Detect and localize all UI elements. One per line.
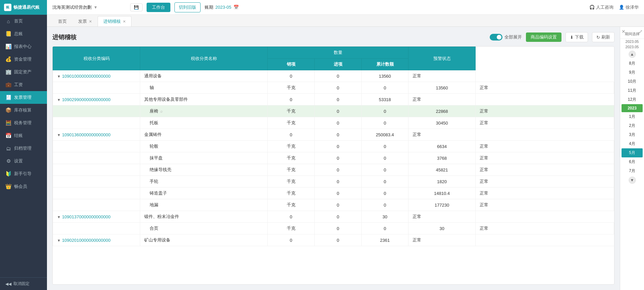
table-row[interactable]: 地漏 千克 0 0 177230 正常 <box>53 199 614 211</box>
sidebar-item-home[interactable]: ⌂ 首页 <box>0 15 47 27</box>
month-item[interactable]: 10月 <box>620 77 644 86</box>
month-item[interactable]: 8月 <box>620 59 644 68</box>
table-row[interactable]: ▼10902990000000000000 其他专用设备及零部件 0 0 533… <box>53 94 614 105</box>
tab-reconcile-label: 进销稽核 <box>103 18 121 24</box>
month-item[interactable]: 9月 <box>620 68 644 77</box>
table-row[interactable]: 轮毂 千克 0 0 6634 正常 <box>53 141 614 152</box>
table-row[interactable]: 绝缘导线壳 千克 0 0 45821 正常 <box>53 164 614 176</box>
pin-icon: ◀◀ <box>5 282 11 286</box>
period-selector[interactable]: 账期 2023-05 📅 <box>205 4 239 10</box>
cell-sales: 0 <box>268 211 315 223</box>
table-row[interactable]: 合页 千克 0 0 30 正常 <box>53 223 614 234</box>
product-code-btn[interactable]: 商品编码设置 <box>526 32 561 42</box>
sidebar-item-settings[interactable]: ⚙ 设置 <box>0 155 47 167</box>
cell-unit: 千克 <box>268 188 315 199</box>
expand-icon[interactable]: ▼ <box>57 133 61 137</box>
table-row[interactable]: ▼10901000000000000000 通用设备 0 0 13560 正常 <box>53 70 614 82</box>
table-row[interactable]: ▼10901360000000000000 金属铸件 0 0 250083.4 … <box>53 129 614 141</box>
month-item[interactable]: 6月 <box>620 157 644 166</box>
cell-name: 座椅⌕ <box>140 105 268 117</box>
sidebar-item-archive[interactable]: 🗂 归档管理 <box>0 142 47 155</box>
tab-home[interactable]: 首页 <box>52 16 72 26</box>
sidebar-unpin[interactable]: ◀◀ 取消固定 <box>0 277 47 290</box>
tab-reconcile-close[interactable]: ✕ <box>123 19 126 24</box>
cell-code <box>53 152 140 164</box>
cell-total: 14810.4 <box>409 188 476 199</box>
month-item[interactable]: 1月 <box>620 112 644 121</box>
sidebar-item-inventory[interactable]: 📦 库存核算 <box>0 104 47 117</box>
cell-unit: 千克 <box>268 117 315 129</box>
expand-icon[interactable]: ▼ <box>57 215 61 219</box>
month-list: 8月9月10月11月12月20231月2月3月4月5月6月7月 <box>620 59 644 175</box>
table-row[interactable]: 轴 千克 0 0 13560 正常 <box>53 82 614 94</box>
cell-purchase: 0 <box>362 117 409 129</box>
tab-invoice[interactable]: 发票 ✕ <box>72 16 98 26</box>
expand-toggle[interactable] <box>490 34 502 41</box>
month-item[interactable]: 4月 <box>620 139 644 148</box>
month-item[interactable]: 12月 <box>620 95 644 104</box>
cell-name: 轮毂 <box>140 141 268 152</box>
cell-status: 正常 <box>476 105 614 117</box>
refresh-btn[interactable]: ↻ 刷新 <box>592 32 614 42</box>
expand-icon[interactable]: ▼ <box>57 238 61 242</box>
table-row[interactable]: 托板 千克 0 0 30450 正常 <box>53 117 614 129</box>
cell-status: 正常 <box>409 234 476 246</box>
sidebar-item-label: 库存核算 <box>14 107 32 113</box>
table-row[interactable]: 铸造盖子 千克 0 0 14810.4 正常 <box>53 188 614 199</box>
cell-purchase: 0 <box>362 176 409 188</box>
month-item[interactable]: 5月 <box>622 148 643 157</box>
save-button[interactable]: 💾 <box>130 3 143 11</box>
sidebar-item-funds[interactable]: 💰 资金管理 <box>0 53 47 66</box>
tab-invoice-close[interactable]: ✕ <box>89 19 92 24</box>
table-row[interactable]: 座椅⌕ 千克 0 0 22868 正常 <box>53 105 614 117</box>
sidebar-item-payroll[interactable]: 💼 工资 <box>0 78 47 91</box>
month-item[interactable]: 7月 <box>620 166 644 175</box>
sidebar-item-assets[interactable]: 🏢 固定资产 <box>0 66 47 78</box>
scroll-up-arrow[interactable]: ▲ <box>629 51 636 58</box>
month-item[interactable]: 2023 <box>622 104 643 112</box>
sidebar-item-ledger[interactable]: 📒 总账 <box>0 27 47 40</box>
sidebar-item-close[interactable]: 📅 结账 <box>0 129 47 142</box>
panel-expand-icon[interactable]: ⤢ <box>639 29 643 34</box>
month-item[interactable]: 3月 <box>620 130 644 139</box>
ledger-icon: 📒 <box>5 31 11 37</box>
scroll-down-arrow[interactable]: ▼ <box>629 176 636 184</box>
sidebar-item-label: 固定资产 <box>14 69 32 75</box>
user-menu[interactable]: 👤 徐泽华 <box>619 4 639 10</box>
tab-reconcile[interactable]: 进销稽核 ✕ <box>98 16 131 26</box>
main-area: 沈海英测试经营勿删 ▼ 💾 工作台 切到旧版 账期 2023-05 📅 🎧 人工… <box>47 0 644 290</box>
funds-icon: 💰 <box>5 56 11 62</box>
company-selector[interactable]: 沈海英测试经营勿删 ▼ <box>52 4 126 10</box>
sidebar-item-invoice[interactable]: 🧾 发票管理 <box>0 91 47 104</box>
cell-total: 3768 <box>409 152 476 164</box>
sidebar-item-guide[interactable]: 🔰 新手引导 <box>0 167 47 180</box>
table-row[interactable]: ▼10901370000000000000 锻件、粉末冶金件 0 0 30 正常 <box>53 211 614 223</box>
table-row[interactable]: ▼10902010000000000000 矿山专用设备 0 0 2361 正常 <box>53 234 614 246</box>
page-actions: 全部展开 商品编码设置 ⬇ 下载 ↻ 刷新 <box>490 32 614 42</box>
cell-code <box>53 141 140 152</box>
calendar-icon: 📅 <box>233 5 239 10</box>
cell-total: 2361 <box>362 234 409 246</box>
cell-total: 6634 <box>409 141 476 152</box>
search-icon[interactable]: ⌕ <box>160 109 163 114</box>
sidebar-item-tax[interactable]: 🧮 税务管理 <box>0 117 47 129</box>
switch-version-button[interactable]: 切到旧版 <box>174 2 201 12</box>
month-item[interactable]: 11月 <box>620 86 644 95</box>
table-row[interactable]: 抹平盘 千克 0 0 3768 正常 <box>53 152 614 164</box>
cell-code: ▼10901360000000000000 <box>53 129 140 141</box>
panel-close-icon[interactable]: ✕ <box>622 29 626 34</box>
sidebar-item-reports[interactable]: 📊 报表中心 <box>0 40 47 53</box>
unpin-label: 取消固定 <box>13 281 30 287</box>
table-row[interactable]: 手轮 千克 0 0 1820 正常 <box>53 176 614 188</box>
period-label: 账期 <box>205 4 213 10</box>
app-logo: 账 畅捷通易代账 <box>0 0 47 15</box>
support-link[interactable]: 🎧 人工咨询 <box>589 4 613 10</box>
month-item[interactable]: 2月 <box>620 121 644 130</box>
download-btn[interactable]: ⬇ 下载 <box>566 32 588 42</box>
workbench-button[interactable]: 工作台 <box>147 3 170 12</box>
sidebar-item-label: 归档管理 <box>14 145 32 151</box>
expand-icon[interactable]: ▼ <box>57 74 61 78</box>
sidebar-item-member[interactable]: 👑 畅会员 <box>0 180 47 193</box>
expand-icon[interactable]: ▼ <box>57 98 61 102</box>
cell-status: 正常 <box>476 152 614 164</box>
